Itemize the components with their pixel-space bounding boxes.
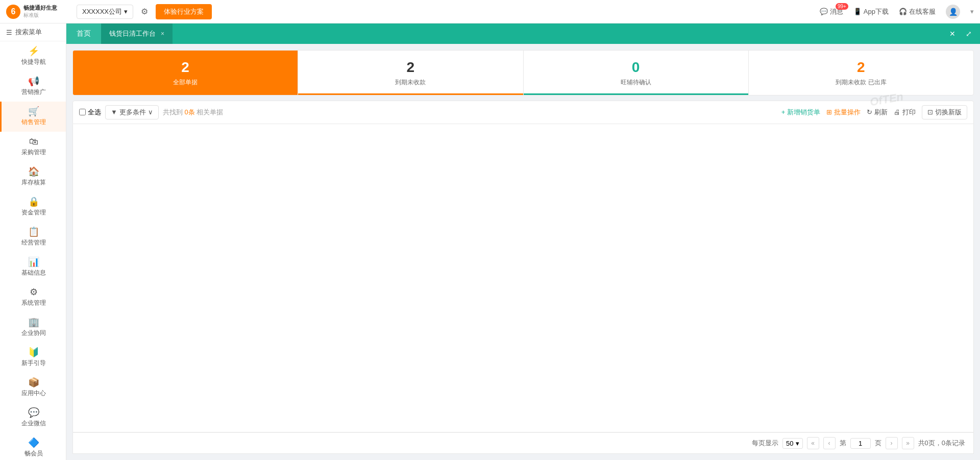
batch-ops-button[interactable]: ⊞ 批量操作 bbox=[826, 108, 861, 117]
content-area: 首页 钱货日清工作台 × ✕ ⤢ 2 全部单据 2 到期未收款 bbox=[66, 23, 980, 460]
pending-indicator bbox=[524, 93, 748, 95]
search-icon: ☰ bbox=[6, 29, 12, 36]
guide-icon: 🔰 bbox=[28, 348, 39, 357]
next-page-button[interactable]: › bbox=[886, 437, 898, 449]
sidebar-item-system[interactable]: ⚙ 系统管理 bbox=[0, 282, 66, 312]
purchase-icon: 🛍 bbox=[29, 137, 38, 146]
tab-close-icon[interactable]: × bbox=[161, 30, 164, 37]
batch-icon: ⊞ bbox=[826, 108, 832, 116]
download-icon: 📱 bbox=[853, 8, 862, 15]
page-content: 2 全部单据 2 到期未收款 0 旺辅待确认 2 到期未收款 已出库 bbox=[66, 44, 980, 460]
operation-icon: 📋 bbox=[28, 227, 39, 236]
quick-nav-icon: ⚡ bbox=[28, 46, 39, 56]
page-number-input[interactable] bbox=[850, 438, 871, 449]
prev-page-button[interactable]: ‹ bbox=[823, 437, 836, 449]
message-button[interactable]: 💬 消息 99+ bbox=[820, 7, 843, 16]
tab-bar: 首页 钱货日清工作台 × ✕ ⤢ bbox=[66, 23, 980, 44]
inventory-icon: 🏠 bbox=[28, 167, 39, 176]
logo-icon: 6 bbox=[6, 5, 20, 19]
tab-expand-button[interactable]: ⤢ bbox=[963, 28, 975, 40]
refresh-icon: ↻ bbox=[867, 108, 872, 116]
filter-icon: ▼ bbox=[111, 108, 117, 116]
message-icon: 💬 bbox=[820, 8, 828, 15]
system-icon: ⚙ bbox=[30, 287, 38, 297]
sidebar-item-quick-nav[interactable]: ⚡ 快捷导航 bbox=[0, 41, 66, 71]
sidebar-item-finance[interactable]: 🔒 资金管理 bbox=[0, 192, 66, 222]
stat-card-overdue[interactable]: 2 到期未收款 bbox=[298, 51, 523, 95]
filter-button[interactable]: ▼ 更多条件 ∨ bbox=[105, 105, 159, 119]
sidebar-item-apps[interactable]: 📦 应用中心 bbox=[0, 373, 66, 403]
sidebar-item-wechat[interactable]: 💬 企业微信 bbox=[0, 403, 66, 433]
tab-qhrc[interactable]: 钱货日清工作台 × bbox=[101, 23, 173, 44]
toolbar-right: + 新增销货单 ⊞ 批量操作 ↻ 刷新 🖨 打印 ⊡ bbox=[781, 105, 967, 119]
pagination-bar: 每页显示 50 ▾ « ‹ 第 页 › » 共0页，0条记录 bbox=[72, 432, 974, 454]
chevron-down-icon: ▾ bbox=[124, 8, 128, 15]
company-selector[interactable]: XXXXXX公司 ▾ bbox=[77, 5, 133, 19]
stat-card-shipped[interactable]: 2 到期未收款 已出库 bbox=[749, 51, 973, 95]
chevron-filter-icon: ∨ bbox=[148, 108, 153, 116]
overdue-indicator bbox=[298, 93, 523, 95]
main-layout: ☰ 搜索菜单 ⚡ 快捷导航 📢 营销推广 🛒 销售管理 🛍 采购管理 🏠 库存核… bbox=[0, 23, 980, 460]
page-label: 第 bbox=[840, 439, 846, 448]
select-all-input[interactable] bbox=[79, 109, 86, 115]
service-icon: 🎧 bbox=[899, 8, 907, 15]
chevron-pagesize-icon: ▾ bbox=[796, 440, 799, 447]
online-service-button[interactable]: 🎧 在线客服 bbox=[899, 7, 936, 16]
user-name: ▾ bbox=[970, 8, 974, 15]
tab-minimize-button[interactable]: ✕ bbox=[946, 28, 959, 40]
search-menu-item[interactable]: ☰ 搜索菜单 bbox=[0, 23, 66, 41]
avatar[interactable]: 👤 bbox=[946, 5, 960, 19]
print-button[interactable]: 🖨 打印 bbox=[894, 108, 916, 117]
basic-info-icon: 📊 bbox=[28, 257, 39, 267]
logo-text: 畅捷通好生意 标准版 bbox=[23, 4, 57, 19]
add-sale-button[interactable]: + 新增销货单 bbox=[781, 108, 820, 117]
tab-bar-actions: ✕ ⤢ bbox=[946, 28, 980, 40]
top-header: 6 畅捷通好生意 标准版 XXXXXX公司 ▾ ⚙ 体验行业方案 💬 消息 99… bbox=[0, 0, 980, 23]
print-icon: 🖨 bbox=[894, 108, 900, 116]
total-info: 共0页，0条记录 bbox=[918, 439, 965, 448]
toolbar: 全选 ▼ 更多条件 ∨ 共找到 0条 相关单据 + 新增销货单 bbox=[72, 101, 974, 124]
last-page-button[interactable]: » bbox=[902, 437, 914, 449]
found-text: 共找到 0条 相关单据 bbox=[163, 108, 223, 117]
sidebar-item-enterprise[interactable]: 🏢 企业协同 bbox=[0, 312, 66, 343]
app-download-button[interactable]: 📱 App下载 bbox=[853, 7, 889, 16]
wechat-icon: 💬 bbox=[28, 408, 39, 417]
stat-card-all[interactable]: 2 全部单据 bbox=[73, 51, 298, 95]
page-size-select[interactable]: 50 ▾ bbox=[782, 438, 802, 449]
enterprise-icon: 🏢 bbox=[28, 318, 39, 327]
trial-button[interactable]: 体验行业方案 bbox=[156, 4, 212, 19]
first-page-button[interactable]: « bbox=[807, 437, 819, 449]
sidebar-item-sales[interactable]: 🛒 销售管理 bbox=[0, 102, 66, 132]
switch-icon: ⊡ bbox=[927, 108, 933, 116]
header-right: 💬 消息 99+ 📱 App下载 🎧 在线客服 👤 ▾ bbox=[820, 5, 974, 19]
refresh-button[interactable]: ↻ 刷新 bbox=[867, 108, 888, 117]
sidebar-item-purchase[interactable]: 🛍 采购管理 bbox=[0, 132, 66, 162]
message-badge: 99+ bbox=[836, 3, 848, 10]
page-end-label: 页 bbox=[875, 439, 881, 448]
table-area bbox=[72, 124, 974, 432]
settings-icon[interactable]: ⚙ bbox=[137, 5, 152, 19]
marketing-icon: 📢 bbox=[28, 77, 39, 86]
sidebar-item-operation[interactable]: 📋 经营管理 bbox=[0, 222, 66, 252]
sales-icon: 🛒 bbox=[28, 107, 39, 116]
sidebar: ☰ 搜索菜单 ⚡ 快捷导航 📢 营销推广 🛒 销售管理 🛍 采购管理 🏠 库存核… bbox=[0, 23, 66, 460]
member-icon: 🔷 bbox=[28, 438, 39, 447]
page-size-label: 每页显示 bbox=[752, 439, 778, 448]
select-all-checkbox[interactable]: 全选 bbox=[79, 108, 101, 117]
stats-area: 2 全部单据 2 到期未收款 0 旺辅待确认 2 到期未收款 已出库 bbox=[72, 50, 974, 95]
apps-icon: 📦 bbox=[28, 378, 39, 387]
sidebar-item-inventory[interactable]: 🏠 库存核算 bbox=[0, 162, 66, 192]
sidebar-item-guide[interactable]: 🔰 新手引导 bbox=[0, 343, 66, 373]
sidebar-item-basic-info[interactable]: 📊 基础信息 bbox=[0, 252, 66, 282]
logo-area: 6 畅捷通好生意 标准版 bbox=[6, 4, 72, 19]
sidebar-item-member[interactable]: 🔷 畅会员 bbox=[0, 433, 66, 460]
finance-icon: 🔒 bbox=[28, 197, 39, 206]
tab-home[interactable]: 首页 bbox=[66, 23, 101, 44]
stat-card-pending[interactable]: 0 旺辅待确认 bbox=[524, 51, 749, 95]
switch-new-button[interactable]: ⊡ 切换新版 bbox=[922, 105, 967, 119]
sidebar-item-marketing[interactable]: 📢 营销推广 bbox=[0, 71, 66, 102]
